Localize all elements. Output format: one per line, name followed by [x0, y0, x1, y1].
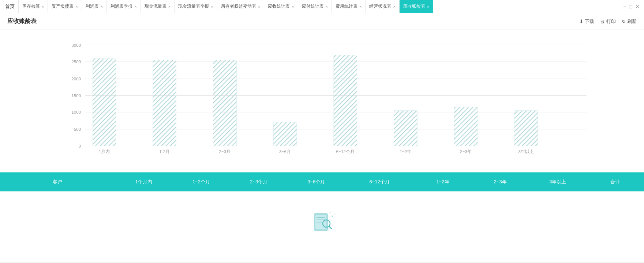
tab-close-cashflow-quarter[interactable]: × [211, 4, 213, 9]
table-header-1~2年: 1~2年 [414, 179, 471, 185]
tab-close-profit-quarter[interactable]: × [134, 4, 136, 9]
tab-close-equity[interactable]: × [258, 4, 260, 9]
table-header-1个月内: 1个月内 [115, 179, 172, 185]
bar-chart: 3000 2500 2000 1500 1000 500 0 [11, 37, 633, 161]
svg-text:1~2年: 1~2年 [400, 149, 412, 154]
tab-bar: 首页库存核算×资产负债表×利润表×利润表季报×现金流量表×现金流量表季报×所有者… [0, 0, 644, 13]
svg-point-33 [330, 212, 331, 213]
table-header-6~12个月: 6~12个月 [345, 179, 414, 185]
maximize-icon[interactable]: □ [629, 4, 632, 9]
svg-text:2500: 2500 [71, 59, 81, 64]
bar-2-3month [213, 60, 237, 146]
tab-close-expense-stat[interactable]: × [359, 4, 362, 9]
bar-3-6month [273, 122, 297, 146]
bar-6-12month [334, 55, 357, 146]
svg-text:2~3月: 2~3月 [219, 149, 231, 154]
tab-ar-aging[interactable]: 应收账龄表× [400, 0, 433, 13]
table-header: 客户1个月内1~2个月2~3个月3~6个月6~12个月1~2年2~3年3年以上合… [0, 172, 644, 191]
svg-point-32 [334, 214, 335, 215]
tab-close-inventory[interactable]: × [42, 4, 44, 9]
tab-inventory[interactable]: 库存核算× [19, 0, 48, 13]
bar-3year-plus [514, 111, 538, 146]
print-icon: 🖨 [600, 19, 605, 24]
print-button[interactable]: 🖨 打印 [600, 18, 616, 25]
bar-1month [93, 58, 116, 146]
svg-text:1-2月: 1-2月 [159, 149, 170, 154]
table-header-客户: 客户 [0, 179, 115, 185]
bar-1-2year [394, 111, 418, 146]
download-icon: ⬇ [579, 19, 583, 24]
tab-profit[interactable]: 利润表× [82, 0, 107, 13]
tab-balance[interactable]: 资产负债表× [48, 0, 82, 13]
tab-close-profit[interactable]: × [101, 4, 103, 9]
tab-close-balance[interactable]: × [75, 4, 78, 9]
tab-home[interactable]: 首页 [1, 0, 19, 13]
tab-profit-quarter[interactable]: 利润表季报× [107, 0, 141, 13]
tab-close-ar-aging[interactable]: × [427, 4, 429, 9]
table-header-合计: 合计 [587, 179, 644, 185]
tab-cashflow[interactable]: 现金流量表× [141, 0, 175, 13]
empty-state [0, 191, 644, 250]
table-header-1~2个月: 1~2个月 [172, 179, 230, 185]
table-header-2~3年: 2~3年 [472, 179, 529, 185]
tab-equity[interactable]: 所有者权益变动表× [217, 0, 264, 13]
svg-text:3000: 3000 [71, 43, 81, 47]
tab-operation[interactable]: 经营状况表× [366, 0, 399, 13]
bar-1-2month [153, 60, 176, 146]
svg-text:500: 500 [74, 127, 81, 132]
page-actions: ⬇ 下载 🖨 打印 ↻ 刷新 [579, 18, 637, 25]
minimize-icon[interactable]: − [623, 4, 626, 9]
table-header-2~3个月: 2~3个月 [230, 179, 288, 185]
svg-text:1500: 1500 [71, 93, 81, 98]
tab-ap-stat[interactable]: 应付统计表× [298, 0, 332, 13]
tab-close-operation[interactable]: × [393, 4, 395, 9]
svg-text:3~6月: 3~6月 [279, 149, 291, 154]
svg-text:1月内: 1月内 [99, 149, 110, 154]
svg-point-31 [332, 216, 333, 217]
tab-close-ar-stat[interactable]: × [292, 4, 294, 9]
tab-ar-stat[interactable]: 应收统计表× [264, 0, 298, 13]
refresh-button[interactable]: ↻ 刷新 [622, 18, 637, 25]
svg-text:2000: 2000 [71, 76, 81, 81]
table-header-3年以上: 3年以上 [529, 179, 587, 185]
svg-text:0: 0 [79, 144, 81, 148]
download-button[interactable]: ⬇ 下载 [579, 18, 594, 25]
svg-text:6~12个月: 6~12个月 [336, 149, 355, 154]
svg-text:1000: 1000 [71, 110, 81, 114]
page-title: 应收账龄表 [7, 18, 37, 25]
tab-cashflow-quarter[interactable]: 现金流量表季报× [175, 0, 217, 13]
chart-area: 3000 2500 2000 1500 1000 500 0 [0, 30, 644, 172]
tab-bar-actions: − □ ✕ [623, 4, 643, 9]
chart-svg-container: 3000 2500 2000 1500 1000 500 0 [11, 37, 633, 161]
empty-icon [304, 206, 340, 235]
svg-text:3年以上: 3年以上 [518, 149, 534, 154]
tab-close-ap-stat[interactable]: × [326, 4, 328, 9]
svg-text:2~3年: 2~3年 [460, 149, 472, 154]
refresh-icon: ↻ [622, 19, 626, 24]
close-window-icon[interactable]: ✕ [635, 4, 640, 9]
main-content: 3000 2500 2000 1500 1000 500 0 [0, 30, 644, 262]
page-header: 应收账龄表 ⬇ 下载 🖨 打印 ↻ 刷新 [0, 13, 644, 30]
table-header-3~6个月: 3~6个月 [288, 179, 345, 185]
bar-2-3year [454, 107, 478, 146]
tab-close-cashflow[interactable]: × [168, 4, 171, 9]
tab-expense-stat[interactable]: 费用统计表× [332, 0, 366, 13]
